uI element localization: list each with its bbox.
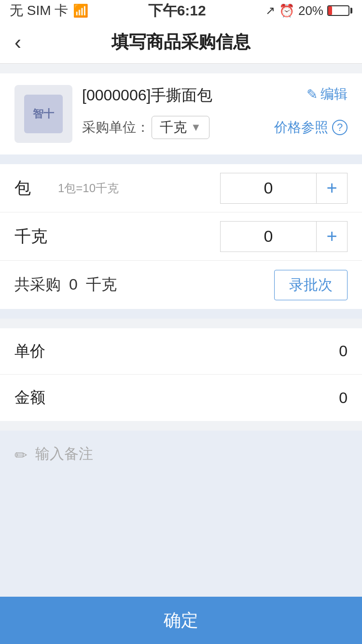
- input-section: 包 1包=10千克 0 + 千克 0 +: [0, 164, 362, 261]
- status-right: ↗ ⏰ 20%: [265, 3, 352, 18]
- battery-tip: [350, 8, 352, 14]
- alarm-icon: ⏰: [279, 3, 294, 18]
- battery-fill: [328, 6, 332, 15]
- edit-button[interactable]: ✎ 编辑: [306, 85, 348, 103]
- notes-placeholder: 输入备注: [35, 444, 93, 464]
- status-left: 无 SIM 卡 📶: [10, 1, 88, 20]
- page-title: 填写商品采购信息: [111, 30, 251, 54]
- summary-row: 共采购 0 千克 录批次: [0, 261, 362, 309]
- product-img-text: 智十: [33, 107, 54, 121]
- divider-2: [0, 309, 362, 319]
- confirm-label: 确定: [164, 609, 198, 632]
- summary-amount: 0: [69, 276, 78, 293]
- summary-unit: 千克: [86, 276, 117, 293]
- amount-value: 0: [339, 389, 348, 407]
- kg-value: 0: [264, 227, 273, 246]
- location-icon: ↗: [265, 4, 275, 17]
- dropdown-arrow-icon: ▼: [191, 121, 201, 134]
- product-card: 智十 [0000006]手撕面包 ✎ 编辑 采购单位： 千克 ▼ 价格参照 ?: [0, 73, 362, 154]
- product-top-row: [0000006]手撕面包 ✎ 编辑: [82, 85, 348, 106]
- bag-value: 0: [264, 179, 273, 197]
- status-bar: 无 SIM 卡 📶 下午6:12 ↗ ⏰ 20%: [0, 0, 362, 21]
- unit-select-container: 采购单位： 千克 ▼: [82, 116, 209, 139]
- kg-plus-button[interactable]: +: [317, 221, 348, 252]
- product-image: 智十: [14, 85, 72, 143]
- help-icon: ?: [332, 120, 348, 135]
- summary-prefix: 共采购: [14, 276, 61, 293]
- pencil-icon: ✏: [14, 446, 28, 464]
- unit-select-box[interactable]: 千克 ▼: [152, 116, 209, 139]
- sim-label: 无 SIM 卡: [10, 1, 68, 20]
- edit-icon: ✎: [306, 86, 318, 102]
- product-name: [0000006]手撕面包: [82, 85, 297, 106]
- summary-text: 共采购 0 千克: [14, 274, 274, 295]
- bag-input[interactable]: 0: [220, 173, 317, 204]
- kg-input[interactable]: 0: [220, 221, 317, 252]
- confirm-button[interactable]: 确定: [0, 597, 362, 644]
- battery-indicator: [327, 5, 352, 16]
- notes-section[interactable]: ✏ 输入备注: [0, 431, 362, 624]
- edit-label: 编辑: [320, 85, 348, 103]
- kg-stepper: 0 +: [220, 221, 348, 252]
- bag-stepper: 0 +: [220, 173, 348, 204]
- wifi-icon: 📶: [73, 3, 88, 18]
- unit-value: 千克: [160, 118, 187, 137]
- product-info: [0000006]手撕面包 ✎ 编辑 采购单位： 千克 ▼ 价格参照 ?: [82, 85, 348, 139]
- nav-bar: ‹ 填写商品采购信息: [0, 21, 362, 64]
- unit-price-value: 0: [339, 342, 348, 360]
- back-button[interactable]: ‹: [14, 32, 21, 53]
- product-unit-row: 采购单位： 千克 ▼ 价格参照 ?: [82, 116, 348, 139]
- bag-plus-button[interactable]: +: [317, 173, 348, 204]
- bag-label: 包: [14, 177, 53, 199]
- price-reference-button[interactable]: 价格参照 ?: [274, 118, 348, 137]
- unit-label: 采购单位：: [82, 118, 150, 137]
- unit-price-label: 单价: [14, 341, 45, 362]
- amount-row: 金额 0: [0, 375, 362, 421]
- price-info-section: 单价 0 金额 0: [0, 328, 362, 421]
- batch-button[interactable]: 录批次: [274, 270, 348, 300]
- price-ref-label: 价格参照: [274, 118, 328, 137]
- product-thumbnail: 智十: [24, 95, 63, 133]
- battery-percent: 20%: [298, 3, 323, 18]
- unit-price-row: 单价 0: [0, 328, 362, 375]
- kg-input-row: 千克 0 +: [0, 212, 362, 261]
- bag-sublabel: 1包=10千克: [58, 181, 220, 196]
- kg-label: 千克: [14, 225, 53, 248]
- divider-1: [0, 154, 362, 164]
- bag-input-row: 包 1包=10千克 0 +: [0, 164, 362, 212]
- status-time: 下午6:12: [148, 1, 206, 21]
- amount-label: 金额: [14, 387, 45, 408]
